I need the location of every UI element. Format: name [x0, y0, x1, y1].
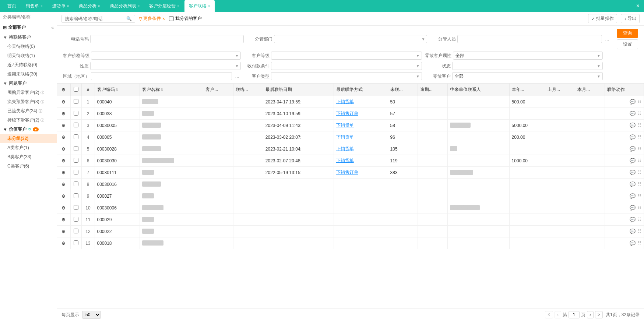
row-checkbox[interactable]	[74, 229, 78, 233]
sidebar-declining[interactable]: 持续下滑客户(2) ⓘ	[0, 116, 57, 125]
page-size-select[interactable]: 20 50 100	[82, 311, 101, 319]
close-all-btn[interactable]: ×	[635, 3, 641, 9]
sidebar-unclassified[interactable]: 未分组(32)	[0, 134, 57, 143]
row-checkbox[interactable]	[74, 181, 78, 186]
chat-icon[interactable]: 💬	[630, 240, 636, 246]
more-icon[interactable]: ⠿	[638, 134, 641, 140]
contact-way-link[interactable]: 下销货单	[336, 146, 354, 151]
close-purchase-tab[interactable]: ×	[67, 4, 69, 8]
chat-icon[interactable]: 💬	[630, 99, 636, 105]
chat-icon[interactable]: 💬	[630, 158, 636, 163]
more-icon[interactable]: ⠿	[638, 123, 641, 128]
close-segment-tab[interactable]: ×	[177, 4, 179, 8]
query-btn[interactable]: 查询	[617, 29, 638, 38]
last-contact-way-cell[interactable]	[334, 179, 388, 190]
more-icon[interactable]: ⠿	[638, 99, 641, 105]
more-icon[interactable]: ⠿	[638, 111, 641, 116]
contact-col-header[interactable]: 联络...	[233, 84, 263, 96]
more-icon[interactable]: ⠿	[638, 181, 641, 187]
last-contact-way-cell[interactable]: 下销货单	[334, 155, 388, 167]
tab-customer-segment[interactable]: 客户分层经营 ×	[145, 0, 184, 12]
settings-cell[interactable]: ⚙	[57, 202, 70, 214]
row-checkbox[interactable]	[74, 99, 78, 104]
settings-cell[interactable]: ⚙	[57, 96, 70, 108]
settings-cell[interactable]: ⚙	[57, 226, 70, 237]
region-dots-btn[interactable]: …	[233, 73, 241, 80]
row-checkbox[interactable]	[74, 217, 78, 222]
problem-customers-group[interactable]: ▼ 问题客户	[0, 79, 57, 88]
settings-cell[interactable]: ⚙	[57, 190, 70, 202]
close-product-list-tab[interactable]: ×	[138, 4, 140, 8]
name-col-header[interactable]: 客户名称⇅	[140, 84, 203, 96]
value-customers-group[interactable]: ▼ 价值客户 ↻ ●	[0, 125, 57, 134]
sidebar-hoard-abnormal[interactable]: 囤购异常客户(2) ⓘ	[0, 88, 57, 97]
sidebar-c-customers[interactable]: C类客户(6)	[0, 162, 57, 171]
more-icon[interactable]: ⠿	[638, 240, 641, 246]
retail-customer-select[interactable]: 全部	[452, 72, 603, 80]
more-conditions-btn[interactable]: ▽ 更多条件 ∧	[139, 15, 165, 22]
checkbox-cell[interactable]	[70, 143, 81, 155]
row-checkbox[interactable]	[74, 205, 78, 210]
settings-cell[interactable]: ⚙	[57, 179, 70, 190]
chat-icon[interactable]: 💬	[630, 111, 636, 116]
sidebar-search-input[interactable]	[3, 14, 57, 20]
contact-way-link[interactable]: 下销货单	[336, 123, 354, 128]
checkbox-cell[interactable]	[70, 155, 81, 167]
dept-select[interactable]	[274, 35, 427, 43]
contact-way-link[interactable]: 下销货单	[336, 99, 354, 104]
row-checkbox[interactable]	[74, 134, 78, 139]
tab-product-analysis[interactable]: 商品分析 ×	[74, 0, 105, 12]
last-contact-date-col-header[interactable]: 最后联络日期	[263, 84, 334, 96]
settings-cell[interactable]: ⚙	[57, 120, 70, 131]
first-page-btn[interactable]: K	[545, 311, 553, 318]
checkbox-cell[interactable]	[70, 214, 81, 226]
customer-type-select[interactable]	[271, 72, 422, 80]
checkbox-cell[interactable]	[70, 226, 81, 237]
sidebar-tomorrow-pending[interactable]: 明天待联络(1)	[0, 51, 57, 60]
last-contact-way-col-header[interactable]: 最后联络方式	[334, 84, 388, 96]
last-contact-way-cell[interactable]	[334, 237, 388, 249]
close-contact-tab[interactable]: ×	[208, 4, 210, 8]
last-contact-way-cell[interactable]: 下销货单	[334, 120, 388, 131]
more-icon[interactable]: ⠿	[638, 170, 641, 175]
last-contact-way-cell[interactable]	[334, 226, 388, 237]
chat-icon[interactable]: 💬	[630, 217, 636, 222]
row-checkbox[interactable]	[74, 158, 78, 163]
tab-sales[interactable]: 销售单 ×	[21, 0, 47, 12]
retail-attr-select[interactable]: 全部	[453, 52, 603, 60]
more-icon[interactable]: ⠿	[638, 158, 641, 163]
chat-icon[interactable]: 💬	[630, 146, 636, 152]
contact-way-link[interactable]: 下销售订单	[336, 111, 358, 116]
contact-way-link[interactable]: 下销售订单	[336, 170, 358, 175]
export-btn[interactable]: ↓ 导出	[621, 14, 640, 23]
chat-icon[interactable]: 💬	[630, 123, 636, 128]
this-month-col-header[interactable]: 本月...	[575, 84, 605, 96]
checkbox-cell[interactable]	[70, 108, 81, 120]
more-icon[interactable]: ⠿	[638, 229, 641, 234]
my-customers-check[interactable]	[169, 16, 174, 21]
my-customers-checkbox[interactable]: 我分管的客户	[169, 15, 202, 22]
code-col-header[interactable]: 客户编码⇅	[95, 84, 140, 96]
payment-select[interactable]	[271, 62, 422, 70]
batch-ops-btn[interactable]: ✓ 批量操作	[588, 14, 617, 23]
row-checkbox[interactable]	[74, 123, 78, 127]
tab-customer-contact[interactable]: 客户联络 ×	[184, 0, 215, 12]
row-checkbox[interactable]	[74, 111, 78, 116]
more-icon[interactable]: ⠿	[638, 146, 641, 152]
settings-cell[interactable]: ⚙	[57, 214, 70, 226]
pending-contact-group[interactable]: ▼ 待联络客户	[0, 33, 57, 42]
sidebar-overdue-pending[interactable]: 逾期未联络(30)	[0, 70, 57, 79]
last-contact-way-cell[interactable]	[334, 190, 388, 202]
sidebar-lost-customers[interactable]: 已流失客户(24) ⓘ	[0, 106, 57, 116]
sidebar-collapse-btn[interactable]: «	[51, 25, 54, 30]
close-sales-tab[interactable]: ×	[41, 4, 43, 8]
all-customers-item[interactable]: ⊞ 全部客户 «	[0, 22, 57, 33]
contact-way-link[interactable]: 下销货单	[336, 158, 354, 163]
reset-btn[interactable]: 设置	[617, 39, 638, 49]
row-checkbox[interactable]	[74, 193, 78, 198]
checkbox-cell[interactable]	[70, 120, 81, 131]
overdue-col-header[interactable]: 逾期...	[418, 84, 447, 96]
last-contact-way-cell[interactable]: 下销售订单	[334, 108, 388, 120]
settings-cell[interactable]: ⚙	[57, 237, 70, 249]
status-select[interactable]	[452, 62, 603, 70]
